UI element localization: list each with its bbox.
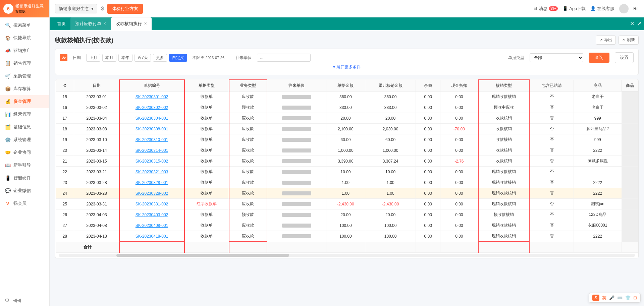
doc-no-link[interactable]: SK-20230314-001 xyxy=(136,148,168,153)
cell-cash-discount: -70.00 xyxy=(440,124,478,134)
tab-home[interactable]: 首页 xyxy=(52,17,70,30)
cell-partner: ██████ xyxy=(267,231,326,242)
doc-no-link[interactable]: SK-20230408-001 xyxy=(136,223,168,228)
sum-doc-no xyxy=(119,242,184,252)
workspace-selector[interactable]: 畅销康道好生意 ▾ xyxy=(55,4,97,13)
last-7-days-btn[interactable]: 近7天 xyxy=(135,54,151,62)
refresh-button[interactable]: ↻ 刷新 xyxy=(619,36,639,45)
last-month-btn[interactable]: 上月 xyxy=(86,54,100,62)
sidebar-item-marketing[interactable]: 📣 营销推广 xyxy=(0,44,49,57)
doc-no-link[interactable]: SK-20230302-002 xyxy=(136,105,168,110)
sidebar-item-finance[interactable]: 💰 资金管理 xyxy=(0,95,49,108)
cell-no: 20 xyxy=(56,145,74,156)
cell-balance: 0.00 xyxy=(416,102,440,113)
cell-biz-type: 应收款 xyxy=(229,124,267,134)
doc-type-select[interactable]: 全部 收款单 红字收款单 xyxy=(530,53,583,62)
sidebar-item-operations[interactable]: 📊 经营管理 xyxy=(0,108,49,121)
date-buttons: 上月 本月 本年 近7天 更多 自定义 xyxy=(86,54,187,62)
sidebar-item-search[interactable]: 🔍 搜索菜单 xyxy=(0,19,49,32)
tab-collection-label: 收款核销执行 xyxy=(116,21,142,27)
doc-no-link[interactable]: SK-20230328-002 xyxy=(136,191,168,196)
sidebar-item-label: 系统管理 xyxy=(13,137,31,143)
doc-no-link[interactable]: SK-20230310-001 xyxy=(136,137,168,142)
sidebar-item-inventory[interactable]: 📦 库存核算 xyxy=(0,82,49,95)
col-settings[interactable]: ⚙ xyxy=(56,80,74,91)
sidebar-item-basic[interactable]: 🗂️ 基础信息 xyxy=(0,121,49,133)
doc-no-link[interactable]: SK-20230301-002 xyxy=(136,95,168,99)
expand-more-btn[interactable]: ▾ 展开更多条件 xyxy=(60,63,634,71)
sidebar-item-hardware[interactable]: 📱 智能硬件 xyxy=(0,172,49,184)
close-all-icon[interactable]: ✕ xyxy=(630,20,634,27)
solution-button[interactable]: 体验行业方案 xyxy=(107,4,143,14)
cell-amount: 360.00 xyxy=(326,91,365,102)
ime-keyboard-icon[interactable]: ⌨️ xyxy=(617,295,623,300)
doc-no-link[interactable]: SK-20230403-002 xyxy=(136,212,168,217)
sidebar-item-wechat[interactable]: 💬 企业微信 xyxy=(0,184,49,197)
tab-prepay-close[interactable]: ✕ xyxy=(103,21,106,26)
sum-discount xyxy=(440,242,478,252)
table-row: 20 2023-03-14 SK-20230314-001 收款单 应收款 ██… xyxy=(56,145,638,156)
ime-mic-icon[interactable]: 🎤 xyxy=(609,295,614,300)
expand-icon[interactable]: ⤢ xyxy=(637,20,641,27)
cell-no: 23 xyxy=(56,177,74,188)
tab-collection[interactable]: 收款核销执行 ✕ xyxy=(111,17,152,30)
sum-type xyxy=(478,242,530,252)
doc-no-link[interactable]: SK-20230304-001 xyxy=(136,116,168,121)
sidebar-item-member[interactable]: V 畅会员 xyxy=(0,197,49,210)
cell-cash-discount: 0.00 xyxy=(440,209,478,220)
sidebar-item-quick-nav[interactable]: 🏠 快捷导航 xyxy=(0,32,49,44)
sidebar-bottom: ⚙ ◀◀ xyxy=(0,294,49,306)
user-avatar[interactable] xyxy=(619,4,629,13)
sidebar-menu: 🔍 搜索菜单 🏠 快捷导航 📣 营销推广 📋 销售管理 🛒 采购管理 📦 库存核… xyxy=(0,17,49,294)
cell-include-settled: 否 xyxy=(529,134,574,145)
this-year-btn[interactable]: 本年 xyxy=(118,54,132,62)
query-button[interactable]: 查询 xyxy=(589,53,609,63)
ime-lang[interactable]: 英 xyxy=(602,295,606,301)
doc-no-link[interactable]: SK-20230321-003 xyxy=(136,170,168,174)
doc-no-link[interactable]: SK-20230315-002 xyxy=(136,159,168,164)
sidebar-item-corp[interactable]: 🤝 企业协同 xyxy=(0,146,49,159)
sidebar-item-sales[interactable]: 📋 销售管理 xyxy=(0,57,49,70)
sum-biz-type xyxy=(229,242,267,252)
cell-balance: 0.00 xyxy=(416,156,440,167)
sidebar-item-purchase[interactable]: 🛒 采购管理 xyxy=(0,70,49,82)
cell-doc-no: SK-20230403-002 xyxy=(119,209,184,220)
doc-no-link[interactable]: SK-20230331-002 xyxy=(136,202,168,206)
custom-date-btn[interactable]: 自定义 xyxy=(169,54,187,62)
tabs-right-controls: ✕ ⤢ xyxy=(630,20,641,27)
topbar-gear-icon[interactable]: ⚙ xyxy=(100,5,105,12)
cell-amount: 2,100.00 xyxy=(326,124,365,134)
more-date-btn[interactable]: 更多 xyxy=(153,54,167,62)
sidebar-item-system[interactable]: ⚙️ 系统管理 xyxy=(0,133,49,146)
partner-input[interactable] xyxy=(257,54,311,62)
app-download-button[interactable]: 📱 App下载 xyxy=(562,6,586,12)
doc-no-link[interactable]: SK-20230308-001 xyxy=(136,127,168,131)
doc-no-link[interactable]: SK-20230328-001 xyxy=(136,180,168,185)
doc-no-link[interactable]: SK-20230418-001 xyxy=(136,234,168,239)
cell-cash-discount: 0.00 xyxy=(440,220,478,231)
export-button[interactable]: ↗ 导出 xyxy=(596,36,616,45)
table-scrollbar[interactable] xyxy=(59,254,635,257)
cell-product: 2222 xyxy=(574,177,622,188)
sum-row: 合计 xyxy=(56,242,638,252)
cell-doc-no: SK-20230408-001 xyxy=(119,220,184,231)
cell-no: 26 xyxy=(56,209,74,220)
ime-grid-icon[interactable]: ⊞ xyxy=(633,295,637,300)
sidebar-item-guide[interactable]: 📖 新手引导 xyxy=(0,159,49,172)
cell-writeoff-amount: 20.00 xyxy=(365,113,416,124)
filter-toggle-button[interactable]: ≫ xyxy=(60,54,67,61)
this-month-btn[interactable]: 本月 xyxy=(102,54,116,62)
page-actions: ↗ 导出 ↻ 刷新 xyxy=(596,36,639,45)
table-row: 23 2023-03-28 SK-20230328-001 收款单 应收款 ██… xyxy=(56,177,638,188)
cell-no: 24 xyxy=(56,188,74,199)
settings-icon[interactable]: ⚙ xyxy=(5,297,9,303)
setting-button[interactable]: 设置 xyxy=(615,52,634,63)
cell-amount: 1,000.00 xyxy=(326,145,365,156)
ime-shirt-icon[interactable]: 👕 xyxy=(625,295,631,300)
service-button[interactable]: 👤 在线客服 xyxy=(590,6,614,12)
collapse-icon[interactable]: ◀◀ xyxy=(13,297,21,303)
message-button[interactable]: 🖥 消息 99+ xyxy=(533,6,558,12)
tab-collection-close[interactable]: ✕ xyxy=(144,21,147,26)
sidebar-item-label: 新手引导 xyxy=(13,162,31,168)
tab-prepay[interactable]: 预计应收付单 ✕ xyxy=(70,17,111,30)
